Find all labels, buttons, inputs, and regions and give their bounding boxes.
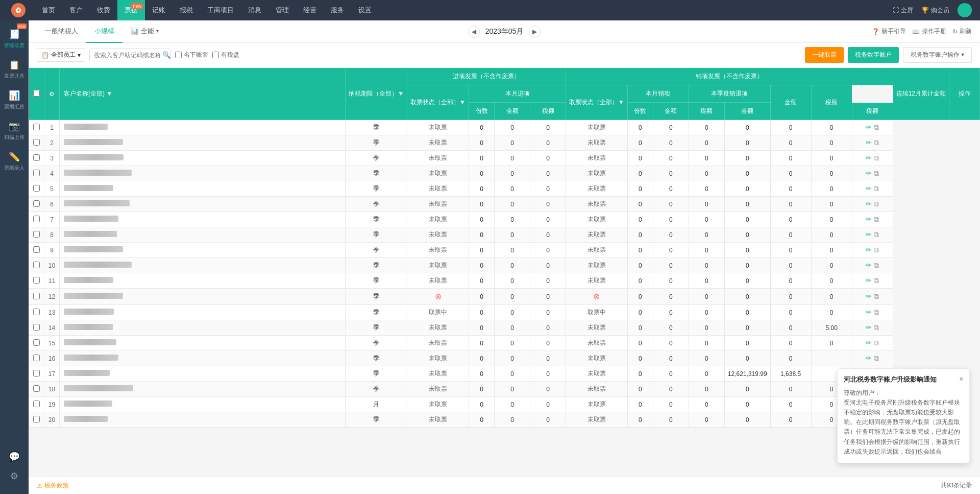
sidebar-item-scan[interactable]: 📷 扫描上传 <box>0 116 29 145</box>
sidebar-item-help[interactable]: 💬 <box>7 447 22 466</box>
new-user-guide-btn[interactable]: ❓ 新手引导 <box>872 27 906 36</box>
edit-btn[interactable]: ✏ <box>866 354 872 362</box>
user-avatar[interactable] <box>958 3 972 17</box>
nav-settings[interactable]: 设置 <box>351 0 379 20</box>
row-checkbox[interactable] <box>33 324 40 331</box>
th-fetch-status-in[interactable]: 取票状态（全部）▼ <box>407 85 469 120</box>
row-checkbox[interactable] <box>33 139 40 146</box>
copy-btn[interactable]: ⧉ <box>874 169 879 177</box>
digital-account-btn[interactable]: 税务数字账户 <box>848 47 899 63</box>
copy-btn[interactable]: ⧉ <box>874 138 879 147</box>
sidebar-item-settings-bottom[interactable]: ⚙ <box>7 466 22 486</box>
edit-btn[interactable]: ✏ <box>866 215 872 223</box>
copy-btn[interactable]: ⧉ <box>874 230 879 239</box>
row-checkbox[interactable] <box>33 339 40 346</box>
tax-policy-link[interactable]: ⚠ 税务政策 <box>37 481 69 490</box>
tab-general-taxpayer[interactable]: 一般纳税人 <box>37 20 86 43</box>
row-checkbox[interactable] <box>33 246 40 253</box>
th-tax-period[interactable]: 纳税期限（全部）▼ <box>346 68 407 120</box>
edit-btn[interactable]: ✏ <box>866 154 872 162</box>
employee-filter-select[interactable]: 📋 全部员工 ▾ <box>37 48 85 62</box>
edit-btn[interactable]: ✏ <box>866 308 872 316</box>
edit-btn[interactable]: ✏ <box>866 292 872 300</box>
row-checkbox[interactable] <box>33 154 40 161</box>
copy-btn[interactable]: ⧉ <box>874 354 879 362</box>
nav-ticket[interactable]: 票据 new <box>117 0 145 20</box>
edit-btn[interactable]: ✏ <box>866 276 872 285</box>
refresh-btn[interactable]: ↻ 刷新 <box>952 27 972 36</box>
nav-home[interactable]: 首页 <box>35 0 62 20</box>
nav-business[interactable]: 工商项目 <box>200 0 241 20</box>
nav-fee[interactable]: 收费 <box>90 0 117 20</box>
digital-account-operate-btn[interactable]: 税务数字账户操作 ▾ <box>903 47 972 63</box>
tab-allround[interactable]: 📊 全能 ▾ <box>122 20 167 43</box>
search-input[interactable] <box>94 52 160 59</box>
member-btn[interactable]: 🏆 购会员 <box>921 6 949 15</box>
edit-btn[interactable]: ✏ <box>866 230 872 239</box>
next-month-btn[interactable]: ▶ <box>528 26 541 38</box>
nav-message[interactable]: 消息 <box>241 0 268 20</box>
edit-btn[interactable]: ✏ <box>866 339 872 347</box>
tab-small-scale[interactable]: 小规模 <box>86 20 122 43</box>
nav-operation[interactable]: 经营 <box>296 0 324 20</box>
row-checkbox[interactable] <box>33 293 40 299</box>
nav-service[interactable]: 服务 <box>324 0 351 20</box>
edit-btn[interactable]: ✏ <box>866 184 872 193</box>
edit-btn[interactable]: ✏ <box>866 169 872 177</box>
fullscreen-btn[interactable]: ⛶ 全屏 <box>893 6 913 15</box>
select-all-checkbox[interactable] <box>33 90 40 97</box>
notification-close-btn[interactable]: × <box>959 375 963 384</box>
search-button[interactable]: 🔍 <box>162 51 171 59</box>
sidebar-item-summary[interactable]: 📊 票据汇总 <box>0 86 29 114</box>
row-checkbox[interactable] <box>33 231 40 238</box>
copy-btn[interactable]: ⧉ <box>874 292 879 300</box>
tax-disk-checkbox[interactable]: 有税盘 <box>212 51 239 59</box>
sub-accounts-checkbox[interactable]: 名下账套 <box>175 51 208 59</box>
th-client[interactable]: 客户名称(全部) ▼ <box>60 68 346 120</box>
copy-btn[interactable]: ⧉ <box>874 184 879 193</box>
edit-btn[interactable]: ✏ <box>866 138 872 147</box>
row-checkbox[interactable] <box>33 170 40 176</box>
copy-btn[interactable]: ⧉ <box>874 339 879 347</box>
sidebar-item-entry[interactable]: ✏️ 票据录入 <box>0 147 29 176</box>
row-checkbox[interactable] <box>33 200 40 207</box>
row-checkbox[interactable] <box>33 277 40 284</box>
row-checkbox[interactable] <box>33 355 40 361</box>
copy-btn[interactable]: ⧉ <box>874 308 879 316</box>
one-click-fetch-btn[interactable]: 一键取票 <box>805 47 844 63</box>
edit-btn[interactable]: ✏ <box>866 123 872 131</box>
th-settings[interactable]: ⚙ <box>44 68 60 120</box>
sub-accounts-check[interactable] <box>175 52 182 58</box>
copy-btn[interactable]: ⧉ <box>874 246 879 254</box>
row-checkbox[interactable] <box>33 385 40 392</box>
nav-accounting[interactable]: 记账 <box>145 0 173 20</box>
tax-disk-check[interactable] <box>212 52 219 58</box>
copy-btn[interactable]: ⧉ <box>874 276 879 285</box>
nav-manage[interactable]: 管理 <box>268 0 296 20</box>
copy-btn[interactable]: ⧉ <box>874 200 879 208</box>
copy-btn[interactable]: ⧉ <box>874 154 879 162</box>
edit-btn[interactable]: ✏ <box>866 261 872 269</box>
sidebar-item-smart-ticket[interactable]: 🧾 智能取票 <box>0 25 29 53</box>
nav-tax[interactable]: 报税 <box>173 0 200 20</box>
row-checkbox[interactable] <box>33 416 40 422</box>
nav-client[interactable]: 客户 <box>62 0 90 20</box>
row-checkbox[interactable] <box>33 370 40 377</box>
prev-month-btn[interactable]: ◀ <box>468 26 480 38</box>
copy-btn[interactable]: ⧉ <box>874 123 879 131</box>
copy-btn[interactable]: ⧉ <box>874 215 879 223</box>
row-checkbox[interactable] <box>33 216 40 222</box>
operation-manual-btn[interactable]: 📖 操作手册 <box>912 27 946 36</box>
row-checkbox[interactable] <box>33 401 40 407</box>
th-fetch-status-out[interactable]: 取票状态（全部）▼ <box>566 85 628 120</box>
sidebar-item-invoice-open[interactable]: 📋 发票开具 <box>0 55 29 84</box>
edit-btn[interactable]: ✏ <box>866 323 872 332</box>
edit-btn[interactable]: ✏ <box>866 246 872 254</box>
edit-btn[interactable]: ✏ <box>866 200 872 208</box>
copy-btn[interactable]: ⧉ <box>874 323 879 332</box>
copy-btn[interactable]: ⧉ <box>874 261 879 269</box>
row-checkbox[interactable] <box>33 309 40 315</box>
row-checkbox[interactable] <box>33 262 40 268</box>
row-checkbox[interactable] <box>33 185 40 192</box>
row-checkbox[interactable] <box>33 124 40 130</box>
